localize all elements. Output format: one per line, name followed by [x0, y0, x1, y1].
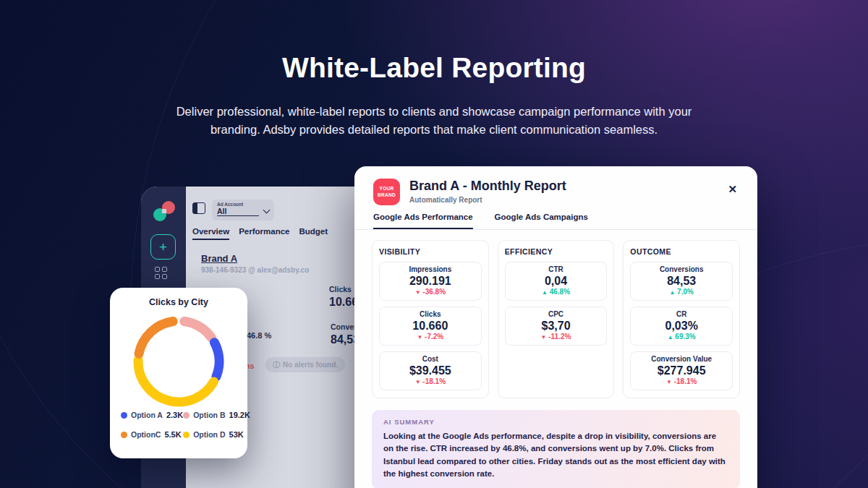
metric-box: Conversions84,53▲ 7.0% [630, 262, 733, 301]
arrow-down-icon: ▼ [666, 379, 672, 385]
metric-label: CTR [508, 265, 605, 274]
metric-delta: ▲ 69.3% [633, 333, 730, 342]
brand-link[interactable]: Brand A [201, 253, 237, 264]
metric-value: 290.191 [382, 274, 479, 288]
metric-delta: ▼ -18.1% [382, 377, 479, 387]
metric-value: 0,03% [633, 319, 730, 333]
legend-value: 53K [229, 430, 244, 439]
arrow-down-icon: ▼ [541, 334, 547, 341]
donut-segment [214, 343, 219, 377]
metric-value: 10.660 [382, 319, 479, 333]
rate-stat-value: 46.8 % [247, 331, 271, 340]
metric-value: $39.455 [382, 364, 479, 377]
metric-delta: ▲ 46.8% [508, 288, 605, 297]
metric-delta: ▼ -7.2% [382, 333, 479, 342]
metric-label: CPC [508, 309, 605, 319]
legend-dot-icon [183, 412, 190, 419]
ad-account-dropdown[interactable]: Ad Account All [212, 200, 274, 221]
metric-groups: VISIBILITYImpressions290.191▼ -36.8%Clic… [354, 230, 757, 398]
report-tab[interactable]: Google Ads Campaigns [495, 213, 588, 229]
legend-value: 19.2K [229, 411, 250, 419]
city-chart-title: Clicks by City [110, 297, 247, 307]
legend-label: Option B [193, 411, 225, 419]
arrow-up-icon: ▲ [542, 289, 548, 296]
city-chart-legend: Option A2.3KOption B19.2KOptionC5.5KOpti… [121, 411, 240, 439]
dashboard-tab[interactable]: Budget [299, 227, 328, 240]
donut-segment [184, 322, 212, 338]
metric-box: CPC$3,70▼ -11.2% [505, 307, 608, 346]
metric-group: OUTCOMEConversions84,53▲ 7.0%CR0,03%▲ 69… [623, 240, 740, 398]
metric-value: 0,04 [508, 274, 605, 288]
page-title: White-Label Reporting [0, 52, 868, 84]
alerts-status-text: No alerts found. [283, 361, 338, 369]
arrow-up-icon: ▲ [669, 289, 675, 296]
arrow-down-icon: ▼ [415, 289, 421, 296]
metric-label: Conversion Value [633, 354, 730, 364]
legend-item[interactable]: Option B19.2K [183, 411, 250, 419]
report-title: Brand A - Monthly Report [409, 179, 722, 194]
legend-value: 2.3K [166, 411, 183, 419]
report-tab[interactable]: Google Ads Performance [373, 213, 473, 229]
legend-dot-icon [121, 432, 127, 438]
legend-label: Option D [193, 430, 225, 439]
metric-value: 84,53 [633, 274, 730, 288]
brand-contact: 938-146-9323 @ alex@adsby.co [201, 266, 309, 274]
legend-item[interactable]: Option A2.3K [121, 411, 183, 419]
ai-summary-box: AI SUMMARY Looking at the Google Ads per… [372, 410, 740, 488]
metric-group: VISIBILITYImpressions290.191▼ -36.8%Clic… [372, 240, 489, 398]
apps-grid-icon[interactable] [155, 267, 167, 279]
hero-section: White-Label Reporting Deliver profession… [0, 52, 868, 139]
metric-label: Clicks [382, 309, 479, 319]
metric-value: $3,70 [508, 319, 605, 333]
report-header: YOUR BRAND Brand A - Monthly Report Auto… [354, 166, 757, 205]
ad-account-label: Ad Account [217, 202, 269, 207]
report-tabs: Google Ads PerformanceGoogle Ads Campaig… [354, 205, 757, 230]
page-subtitle: Deliver professional, white-label report… [174, 103, 694, 139]
metric-label: Cost [382, 354, 479, 364]
metric-label: Conversions [633, 265, 730, 274]
metric-value: $277.945 [633, 364, 730, 377]
arrow-down-icon: ▼ [417, 334, 422, 341]
metric-box: CR0,03%▲ 69.3% [630, 307, 733, 346]
metric-label: Impressions [382, 265, 479, 274]
adsby-logo-icon [153, 201, 175, 223]
close-icon[interactable]: ✕ [722, 179, 743, 200]
ai-summary-body: Looking at the Google Ads performance, d… [383, 430, 728, 481]
legend-item[interactable]: OptionC5.5K [121, 430, 183, 439]
metric-group: EFFICIENCYCTR0,04▲ 46.8%CPC$3,70▼ -11.2% [498, 240, 615, 398]
report-modal: YOUR BRAND Brand A - Monthly Report Auto… [354, 166, 757, 488]
metric-delta: ▲ 7.0% [633, 288, 730, 297]
donut-segment [139, 322, 173, 354]
info-icon: ⓘ [273, 360, 280, 370]
metric-delta: ▼ -18.1% [633, 377, 730, 387]
alerts-status-pill: ⓘ No alerts found. [265, 357, 345, 372]
arrow-up-icon: ▲ [668, 334, 673, 341]
donut-segment [138, 360, 214, 402]
ad-account-value: All [217, 207, 259, 216]
metric-box: Conversion Value$277.945▼ -18.1% [630, 351, 733, 390]
legend-label: Option A [131, 411, 163, 419]
metric-box: Impressions290.191▼ -36.8% [379, 262, 482, 301]
metric-group-heading: OUTCOME [630, 247, 733, 256]
dashboard-tab[interactable]: Overview [192, 227, 229, 240]
metric-box: CTR0,04▲ 46.8% [505, 262, 608, 301]
legend-value: 5.5K [164, 430, 181, 439]
clicks-stat-label: Clicks [329, 285, 352, 294]
legend-item[interactable]: Option D53K [183, 430, 250, 439]
panel-toggle-icon[interactable] [192, 202, 205, 214]
brand-badge: YOUR BRAND [373, 179, 400, 205]
dashboard-tab[interactable]: Performance [239, 227, 289, 240]
metric-box: Cost$39.455▼ -18.1% [379, 351, 482, 390]
metric-label: CR [633, 309, 730, 319]
metric-delta: ▼ -11.2% [508, 333, 605, 342]
dashboard-tabs: OverviewPerformanceBudget [192, 227, 328, 240]
legend-label: OptionC [131, 430, 161, 439]
arrow-down-icon: ▼ [415, 379, 421, 385]
ai-summary-heading: AI SUMMARY [383, 418, 728, 426]
legend-dot-icon [121, 412, 127, 419]
metric-group-heading: EFFICIENCY [505, 247, 608, 256]
clicks-by-city-card: Clicks by City Option A2.3KOption B19.2K… [110, 288, 247, 458]
chevron-down-icon [263, 207, 271, 214]
add-button[interactable]: + [150, 234, 176, 260]
metric-group-heading: VISIBILITY [379, 247, 482, 256]
